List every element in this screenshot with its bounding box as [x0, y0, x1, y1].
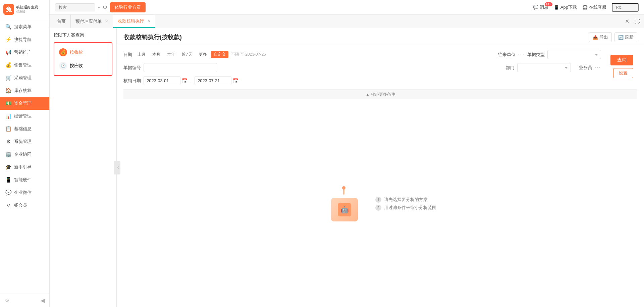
- app-logo: 兔 畅捷通好生意 标准版: [0, 0, 49, 19]
- tab-prepay-close[interactable]: ✕: [105, 19, 108, 23]
- sidebar-item-sales[interactable]: 💰 销售管理: [0, 59, 49, 71]
- tab-collection-close[interactable]: ✕: [147, 19, 150, 23]
- dept-select[interactable]: [517, 63, 571, 72]
- tab-prepay-label: 预付冲应付单: [75, 18, 102, 24]
- tab-home[interactable]: 首页: [52, 15, 71, 28]
- hardware-icon: 📱: [5, 177, 11, 183]
- date-range-display: 不限 至 2023-07-26: [231, 52, 266, 57]
- sidebar-item-system[interactable]: ⚙ 系统管理: [0, 135, 49, 148]
- filter-row-3: 核销日期 📅 — 📅: [123, 76, 601, 85]
- sidebar-item-enterprise[interactable]: 🏢 企业协同: [0, 148, 49, 161]
- tab-collection[interactable]: 收款核销执行 ✕: [113, 15, 155, 28]
- refresh-icon: 🔄: [618, 35, 624, 40]
- counterparty-label: 往来单位: [498, 52, 516, 58]
- logo-icon: 兔: [3, 4, 14, 15]
- writeoff-date-range: 📅 — 📅: [144, 76, 238, 85]
- dept-label: 部门: [506, 65, 515, 71]
- purchase-icon: 🛒: [5, 75, 11, 81]
- calendar-start-icon[interactable]: 📅: [182, 78, 187, 84]
- wechat-icon: 💬: [5, 190, 11, 196]
- more-date-btn[interactable]: 更多: [196, 51, 210, 58]
- settings-button[interactable]: 设置: [613, 68, 633, 78]
- chevron-down-icon[interactable]: ▾: [98, 5, 100, 10]
- filter-option-receipt[interactable]: 💰 按收款: [57, 46, 109, 59]
- quicknav-icon: ⚡: [5, 37, 11, 43]
- receipt-option-icon: 💰: [59, 48, 67, 56]
- online-service-button[interactable]: 🎧 在线客服: [582, 4, 606, 10]
- sidebar-item-inventory[interactable]: 🏠 库存核算: [0, 84, 49, 97]
- query-button[interactable]: 查询: [610, 55, 633, 65]
- doc-type-label: 单据类型: [527, 52, 545, 58]
- sidebar-item-finance[interactable]: 💵 资金管理: [0, 97, 49, 110]
- sidebar-item-member[interactable]: V 畅会员: [0, 199, 49, 212]
- sidebar-item-hardware[interactable]: 📱 智能硬件: [0, 173, 49, 186]
- tab-prepay[interactable]: 预付冲应付单 ✕: [71, 15, 113, 28]
- filter-sidebar-title: 按以下方案查询: [54, 32, 112, 38]
- sidebar-item-basic[interactable]: 📋 基础信息: [0, 122, 49, 135]
- message-button[interactable]: 💬 消息 99+: [533, 4, 548, 10]
- empty-illustration: 🤖: [324, 188, 365, 221]
- salesperson-filter-field: 业务员 ···: [579, 65, 601, 71]
- sidebar-item-wechat[interactable]: 💬 企业微信: [0, 186, 49, 199]
- content-area: 收款核销执行(按收款) 📤 导出 🔄 刷新: [117, 28, 644, 307]
- main-area: ▾ ⚙ 体验行业方案 💬 消息 99+ 📱 App下载 🎧 在线客服 首页: [50, 0, 644, 307]
- enterprise-icon: 🏢: [5, 151, 11, 157]
- salesperson-more-dots[interactable]: ···: [595, 65, 601, 71]
- receipt-option-label: 按收款: [70, 49, 83, 55]
- calendar-end-icon[interactable]: 📅: [233, 78, 238, 84]
- tab-expand-icon[interactable]: ⛶: [633, 18, 641, 24]
- sidebar-item-marketing[interactable]: 📢 营销推广: [0, 46, 49, 59]
- sidebar: 兔 畅捷通好生意 标准版 🔍 搜索菜单 ⚡ 快捷导航 📢 营销推广 💰 销售管理…: [0, 0, 50, 307]
- doc-type-select[interactable]: [547, 50, 601, 59]
- management-icon: 📊: [5, 113, 11, 119]
- export-icon: 📤: [593, 35, 598, 40]
- member-icon: V: [5, 203, 11, 208]
- export-button[interactable]: 📤 导出: [589, 32, 612, 42]
- salesperson-label: 业务员: [579, 65, 592, 71]
- sidebar-item-search[interactable]: 🔍 搜索菜单: [0, 20, 49, 33]
- this-year-btn[interactable]: 本年: [164, 51, 178, 58]
- last-month-btn[interactable]: 上月: [135, 51, 148, 58]
- filter-option-receivable[interactable]: 🕐 按应收: [57, 59, 109, 72]
- collapse-sidebar-icon[interactable]: ◀: [41, 297, 45, 304]
- app-download-button[interactable]: 📱 App下载: [554, 4, 577, 10]
- settings-bottom-icon[interactable]: ⚙: [5, 297, 9, 304]
- writeoff-end-input[interactable]: [195, 76, 231, 85]
- robot-antenna: [343, 188, 344, 195]
- writeoff-date-label: 核销日期: [123, 78, 141, 84]
- system-icon: ⚙: [5, 139, 11, 145]
- tab-close-all-icon[interactable]: ✕: [624, 18, 631, 24]
- empty-state: 🤖 1 请先选择要分析的方案 2 用过滤条件来缩小分析范围: [117, 102, 644, 307]
- basic-icon: 📋: [5, 126, 11, 132]
- collapse-more-btn[interactable]: ▲ 收起更多条件: [123, 89, 637, 99]
- brand-search-input[interactable]: [55, 3, 95, 11]
- sidebar-item-quicknav[interactable]: ⚡ 快捷导航: [0, 33, 49, 46]
- sales-icon: 💰: [5, 62, 11, 68]
- last-7days-btn[interactable]: 近7天: [179, 51, 195, 58]
- custom-date-btn[interactable]: 自定义: [211, 51, 228, 58]
- tab-bar-controls: ✕ ⛶: [624, 18, 641, 24]
- this-month-btn[interactable]: 本月: [150, 51, 163, 58]
- industry-solution-button[interactable]: 体验行业方案: [110, 2, 146, 12]
- marketing-icon: 📢: [5, 49, 11, 55]
- sidebar-nav: 🔍 搜索菜单 ⚡ 快捷导航 📢 营销推广 💰 销售管理 🛒 采购管理 🏠 库存核…: [0, 19, 49, 294]
- service-icon: 🎧: [582, 5, 588, 10]
- doc-num-input[interactable]: [144, 63, 217, 72]
- date-label: 日期: [123, 52, 132, 58]
- sidebar-item-management[interactable]: 📊 经营管理: [0, 110, 49, 122]
- sidebar-item-guide[interactable]: 🎓 新手引导: [0, 161, 49, 173]
- sidebar-item-purchase[interactable]: 🛒 采购管理: [0, 71, 49, 84]
- filter-row-1: 日期 上月 本月 本年 近7天 更多 自定义: [123, 50, 601, 59]
- page-header: 收款核销执行(按收款) 📤 导出 🔄 刷新: [117, 28, 644, 45]
- refresh-button[interactable]: 🔄 刷新: [614, 32, 637, 42]
- writeoff-start-input[interactable]: [144, 76, 180, 85]
- sidebar-bottom: ⚙ ◀: [0, 294, 49, 307]
- settings-gear-icon[interactable]: ⚙: [103, 4, 107, 10]
- counterparty-more-dots[interactable]: ···: [518, 52, 525, 58]
- app-icon: 📱: [554, 5, 559, 10]
- filter-sidebar-collapse[interactable]: 《: [114, 161, 120, 174]
- filter-row-2: 单据编号 部门: [123, 63, 601, 72]
- inventory-icon: 🏠: [5, 88, 11, 94]
- guide-icon: 🎓: [5, 164, 11, 170]
- tab-bar: 首页 预付冲应付单 ✕ 收款核销执行 ✕ ✕ ⛶: [50, 15, 644, 28]
